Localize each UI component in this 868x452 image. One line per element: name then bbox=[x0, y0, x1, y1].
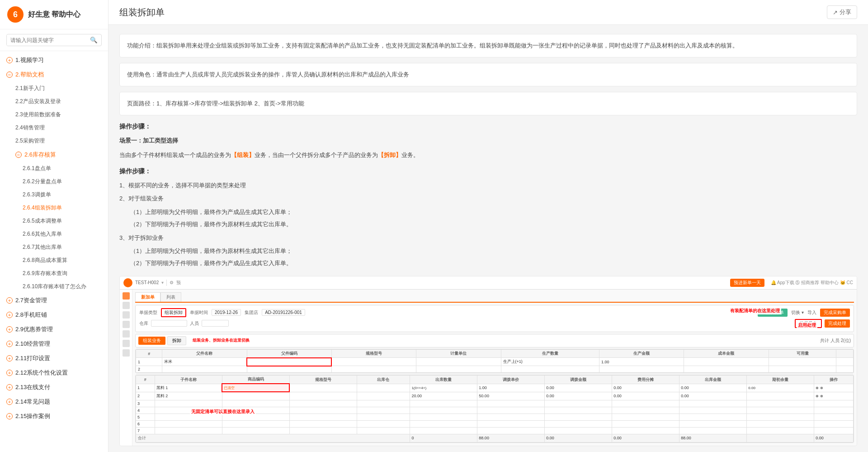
page-title: 组装拆卸单 bbox=[119, 6, 165, 19]
mock-app: TEST-H002 ▾ ⚙ 预 预进新单一天 🔔 App下载 ⑤ 招商推荐 帮助… bbox=[120, 276, 857, 446]
mock-tab-list[interactable]: 列表 bbox=[160, 292, 181, 302]
share-button[interactable]: ↗ 分享 bbox=[827, 5, 857, 19]
mock-assemble-tab[interactable]: 组装业务 bbox=[138, 337, 165, 345]
table-row: 1 米米 生产上(+1) 1.00 bbox=[136, 358, 854, 366]
sidebar-label-2-13: 2.13在线支付 bbox=[15, 383, 50, 391]
sidebar-item-2-10[interactable]: + 2.10经营管理 bbox=[0, 337, 108, 351]
expand-icon-2-7: + bbox=[6, 297, 13, 304]
sidebar-item-2-6[interactable]: − 2.6库存核算 bbox=[0, 147, 108, 162]
sidebar: 6 好生意 帮助中心 🔍 + 1.视频学习 − 2.帮助文档 2.1新手入门 2… bbox=[0, 0, 108, 452]
sidebar-label-2-12: 2.12系统个性化设置 bbox=[15, 369, 68, 377]
sidebar-label-2-7: 2.7资金管理 bbox=[15, 296, 47, 305]
mock-new-order-btn[interactable]: 预进新单一天 bbox=[730, 279, 764, 287]
mock-icon-6 bbox=[123, 349, 130, 357]
search-box[interactable]: 🔍 bbox=[6, 34, 102, 46]
sidebar-item-2-6-7[interactable]: 2.6.7其他出库单 bbox=[0, 241, 108, 254]
mock-lower-table-container: # 子件名称 商品编码 规格型号 出库仓 出库数量 调拨单价 调拨金额 费用分摊 bbox=[135, 375, 854, 443]
mock-icon-1 bbox=[123, 302, 130, 309]
main-header: 组装拆卸单 ↗ 分享 bbox=[108, 0, 868, 25]
sidebar-item-2-5[interactable]: 2.5采购管理 bbox=[0, 134, 108, 147]
expand-icon-2-11: + bbox=[6, 355, 13, 362]
collapse-icon-2-6: − bbox=[15, 152, 22, 158]
expand-icon-2-13: + bbox=[6, 384, 13, 390]
sidebar-item-help-docs[interactable]: − 2.帮助文档 bbox=[0, 67, 108, 82]
sidebar-item-2-11[interactable]: + 2.11打印设置 bbox=[0, 351, 108, 366]
path-text: 页面路径：1、库存核算->库存管理->组装拆卸单 2、首页->常用功能 bbox=[127, 100, 304, 107]
sidebar-item-2-6-8[interactable]: 2.6.8商品成本重算 bbox=[0, 254, 108, 267]
sidebar-item-2-4[interactable]: 2.4销售管理 bbox=[0, 121, 108, 134]
share-icon: ↗ bbox=[833, 9, 838, 16]
expand-icon-2-10: + bbox=[6, 341, 13, 347]
sidebar-item-2-1[interactable]: 2.1新手入门 bbox=[0, 82, 108, 95]
sidebar-item-2-15[interactable]: + 2.15操作案例 bbox=[0, 409, 108, 423]
expand-icon-2-15: + bbox=[6, 413, 13, 419]
sidebar-item-2-6-1[interactable]: 2.6.1盘点单 bbox=[0, 162, 108, 175]
sidebar-item-2-3[interactable]: 2.3使用前数据准备 bbox=[0, 108, 108, 121]
search-button[interactable]: 🔍 bbox=[86, 34, 101, 46]
mock-body: 新加单 列表 单据类型 组装拆卸 单据时间 2019-12-26 集团店 bbox=[120, 290, 857, 446]
sidebar-item-2-13[interactable]: + 2.13在线支付 bbox=[0, 380, 108, 395]
expand-icon-2-14: + bbox=[6, 399, 13, 405]
path-box: 页面路径：1、库存核算->库存管理->组装拆卸单 2、首页->常用功能 bbox=[119, 92, 857, 115]
annotation-2: 组装业务、拆卸业务在这里切换 bbox=[193, 338, 250, 343]
mock-complete-btn[interactable]: 完成采购单 bbox=[820, 309, 850, 317]
annotation-3: 启用处理 bbox=[797, 322, 817, 329]
mock-icon-3 bbox=[123, 321, 130, 328]
expand-icon: + bbox=[6, 57, 13, 63]
mock-logo-icon bbox=[123, 278, 132, 287]
ops-heading: 操作步骤： bbox=[119, 123, 857, 131]
table-row: 2 bbox=[136, 366, 854, 373]
expand-icon-2-8: + bbox=[6, 312, 13, 318]
logo-area: 6 好生意 帮助中心 bbox=[0, 0, 108, 29]
annotation-4: 无固定清单可以直接在这里录入 bbox=[190, 408, 256, 415]
sidebar-label-2-14: 2.14常见问题 bbox=[15, 398, 50, 406]
mock-id-field: AD-20191226-001 bbox=[262, 309, 305, 316]
mock-warehouse-field bbox=[151, 320, 187, 327]
mock-form-row2: 仓库 人员 供货品名 完成处理 bbox=[139, 319, 850, 328]
sidebar-label-2-11: 2.11打印设置 bbox=[15, 354, 50, 362]
mock-icon-4 bbox=[123, 330, 130, 338]
role-box: 使用角色：通常由生产人员或库管人员完成拆装业务的操作，库管人员确认原材料的出库和… bbox=[119, 63, 857, 86]
mock-disassemble-tab[interactable]: 拆卸 bbox=[167, 336, 186, 345]
step-3-1: （1）上部明细为父件明细，最终作为原材料生成其它出库单； bbox=[130, 246, 857, 256]
sidebar-item-2-9[interactable]: + 2.9优惠券管理 bbox=[0, 322, 108, 337]
sidebar-item-2-6-9[interactable]: 2.6.9库存账本查询 bbox=[0, 267, 108, 280]
sidebar-item-2-6-6[interactable]: 2.6.6其他入库单 bbox=[0, 228, 108, 241]
sidebar-item-2-6-3[interactable]: 2.6.3调拨单 bbox=[0, 188, 108, 201]
app-name: 好生意 帮助中心 bbox=[28, 10, 80, 19]
mock-parent-table: # 父件名称 父件编码 规格型号 计量单位 生产数量 生产金额 成本金额 可用量 bbox=[136, 349, 854, 373]
sidebar-item-2-7[interactable]: + 2.7资金管理 bbox=[0, 293, 108, 308]
sidebar-label-2-9: 2.9优惠券管理 bbox=[15, 325, 53, 333]
sidebar-item-2-14[interactable]: + 2.14常见问题 bbox=[0, 395, 108, 409]
mock-icon-5 bbox=[123, 340, 130, 347]
sidebar-label-2-8: 2.8手机旺铺 bbox=[15, 311, 47, 319]
sidebar-item-2-6-10[interactable]: 2.6.10库存账本错了怎么办 bbox=[0, 280, 108, 293]
sidebar-item-2-12[interactable]: + 2.12系统个性化设置 bbox=[0, 366, 108, 380]
search-input[interactable] bbox=[7, 35, 86, 46]
sidebar-item-2-6-2[interactable]: 2.6.2分量盘点单 bbox=[0, 175, 108, 188]
logo-icon: 6 bbox=[7, 6, 24, 23]
mock-icon-2 bbox=[123, 311, 130, 319]
sidebar-label-2-6: 2.6库存核算 bbox=[24, 151, 56, 159]
table-footer-row: 合计 0 88.00 0.00 0.00 88.00 0.00 bbox=[136, 434, 854, 442]
table-row: 3 bbox=[136, 400, 854, 407]
sidebar-item-2-2[interactable]: 2.2产品安装及登录 bbox=[0, 95, 108, 108]
sidebar-item-video[interactable]: + 1.视频学习 bbox=[0, 53, 108, 67]
mock-tab-new[interactable]: 新加单 bbox=[135, 292, 160, 302]
mock-upper-table: # 父件名称 父件编码 规格型号 计量单位 生产数量 生产金额 成本金额 可用量 bbox=[135, 349, 854, 374]
mock-confirm-btn[interactable]: 完成处理 bbox=[825, 319, 850, 328]
sidebar-item-2-8[interactable]: + 2.8手机旺铺 bbox=[0, 308, 108, 322]
mock-form-header: 单据类型 组装拆卸 单据时间 2019-12-26 集团店 AD-2019122… bbox=[135, 305, 854, 332]
table-row: 2 黑料 2 20.00 50.00 0.00 0.00 bbox=[136, 392, 854, 400]
mock-icon-home bbox=[123, 292, 130, 300]
collapse-icon: − bbox=[6, 71, 13, 78]
search-area: 🔍 bbox=[0, 29, 108, 51]
mock-date-field: 2019-12-26 bbox=[212, 309, 241, 316]
sidebar-item-2-6-5[interactable]: 2.6.5成本调整单 bbox=[0, 214, 108, 228]
screenshot-container: TEST-H002 ▾ ⚙ 预 预进新单一天 🔔 App下载 ⑤ 招商推荐 帮助… bbox=[119, 276, 857, 446]
expand-icon-2-12: + bbox=[6, 370, 13, 376]
sidebar-label-2-15: 2.15操作案例 bbox=[15, 412, 50, 420]
step-2-1: （1）上部明细为父件明细，最终作为产成品生成其它入库单； bbox=[130, 207, 857, 217]
mock-main-content: 新加单 列表 单据类型 组装拆卸 单据时间 2019-12-26 集团店 bbox=[132, 290, 857, 446]
sidebar-item-2-6-4[interactable]: 2.6.4组装拆卸单 bbox=[0, 201, 108, 214]
